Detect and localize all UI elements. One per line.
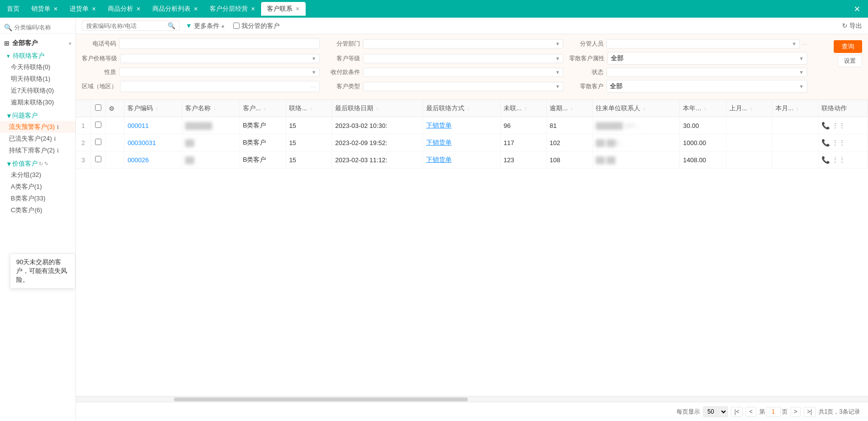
retail-attr-select[interactable]: 全部 ▼ [607,52,807,65]
select-all-checkbox[interactable] [95,104,101,111]
col-checkbox[interactable] [91,100,105,117]
sidebar-item-class-c[interactable]: C类客户(6) [0,204,75,216]
row-check-2[interactable] [95,139,101,145]
tab-customer-layer[interactable]: 客户分层经营 ✕ [204,2,261,16]
tab-analysis-list[interactable]: 商品分析列表 ✕ [146,2,204,16]
sidebar-item-class-a[interactable]: A类客户(1) [0,181,75,193]
row-checkbox-1[interactable] [91,117,105,134]
col-overdue[interactable]: 逾期... ↕ [547,100,593,117]
action-call-icon-3[interactable]: 📞 [821,156,830,164]
col-unit-contact[interactable]: 往来单位联系人 ↕ [593,100,680,117]
price-level-select[interactable]: ▼ [120,54,320,63]
export-button[interactable]: ↻ 导出 [842,22,862,30]
col-last-month[interactable]: 上月... ↕ [726,100,772,117]
edit-icon[interactable]: ✎ [44,161,48,167]
nature-select[interactable]: ▼ [119,68,320,77]
sidebar-item-7days[interactable]: 近7天待联络(0) [0,85,75,97]
refresh-icon[interactable]: ↻ [39,161,43,167]
col-type[interactable]: 客户... ↕ [240,100,286,117]
close-tab-analysis[interactable]: ✕ [136,6,141,12]
row-method-3[interactable]: 下销货单 [423,151,500,169]
col-contact[interactable]: 联络... ↕ [286,100,332,117]
query-button[interactable]: 查询 [834,40,862,53]
page-next-btn[interactable]: > [791,407,801,417]
tab-customer-contact[interactable]: 客户联系 ✕ [261,2,306,16]
manager-select[interactable]: ▼ [606,39,800,49]
table-settings-icon[interactable]: ⚙ [109,105,115,112]
col-code[interactable]: 客户编码 ↕ [124,100,182,117]
sidebar-item-today[interactable]: 今天待联络(0) [0,61,75,73]
row-method-1[interactable]: 下销货单 [423,117,500,134]
action-more-icon-1[interactable]: ⋮⋮ [832,122,845,129]
row-method-link-2[interactable]: 下销货单 [426,139,452,146]
action-call-icon-1[interactable]: 📞 [821,122,830,129]
row-code-2[interactable]: 00030031 [124,134,182,151]
search-button[interactable]: 🔍 [168,22,175,29]
row-method-2[interactable]: 下销货单 [423,134,500,151]
sidebar-group-problem[interactable]: ▼ 问题客户 [0,108,75,121]
tab-purchase[interactable]: 进货单 ✕ [64,2,102,16]
horizontal-scrollbar[interactable] [76,396,868,402]
col-this-year[interactable]: 本年... ↕ [680,100,726,117]
action-more-icon-2[interactable]: ⋮⋮ [832,139,845,147]
row-check-3[interactable] [95,156,101,162]
customer-type-select[interactable]: ▼ [363,82,564,91]
status-select[interactable]: ▼ [606,68,807,77]
my-customers-checkbox[interactable]: 我分管的客户 [233,22,280,30]
manager-dots[interactable]: ··· [802,40,807,48]
col-name[interactable]: 客户名称 ↕ [182,100,240,117]
page-last-btn[interactable]: >| [804,407,816,417]
page-first-btn[interactable]: |< [731,407,743,417]
row-lmonth-2 [726,134,772,151]
tab-analysis[interactable]: 商品分析 ✕ [102,2,146,16]
sidebar-item-declining[interactable]: 持续下滑客户(2) ℹ [0,145,75,156]
sidebar-item-churn-warning[interactable]: 流失预警客户(3) ℹ [0,121,75,133]
sidebar-item-class-b[interactable]: B类客户(33) [0,193,75,204]
row-checkbox-2[interactable] [91,134,105,151]
col-this-month[interactable]: 本月... ↕ [772,100,818,117]
my-customers-check[interactable] [233,23,240,29]
close-tab-purchase[interactable]: ✕ [92,6,96,12]
row-method-link-3[interactable]: 下销货单 [426,156,452,163]
payment-select[interactable]: ▼ [363,68,564,77]
sidebar-search-input[interactable] [14,24,76,31]
row-method-link-1[interactable]: 下销货单 [426,122,452,129]
window-close-button[interactable]: ✕ [850,4,864,14]
settings-button[interactable]: 设置 [838,55,862,67]
per-page-select[interactable]: 50 100 200 [703,406,728,417]
search-input[interactable] [86,23,166,29]
page-input[interactable] [766,407,781,417]
row-check-1[interactable] [95,122,101,128]
close-tab-analysis-list[interactable]: ✕ [193,6,198,12]
sidebar-item-tomorrow[interactable]: 明天待联络(1) [0,73,75,85]
action-more-icon-3[interactable]: ⋮⋮ [832,156,845,164]
tab-home[interactable]: 首页 [4,2,25,16]
close-tab-customer-contact[interactable]: ✕ [295,6,300,12]
action-call-icon-2[interactable]: 📞 [821,139,830,147]
row-checkbox-3[interactable] [91,151,105,169]
tab-sales[interactable]: 销货单 ✕ [25,2,64,16]
close-tab-sales[interactable]: ✕ [53,6,58,12]
region-dots[interactable]: ··· [311,83,316,90]
scrollbar-thumb[interactable] [174,397,468,401]
sidebar-group-pending[interactable]: ▼ 待联络客户 [0,50,75,61]
row-code-1[interactable]: 000011 [124,117,182,134]
dept-select[interactable]: ▼ [363,39,564,49]
retail-customer-select[interactable]: 全部 ▼ [606,80,807,93]
row-code-3[interactable]: 000026 [124,151,182,169]
sidebar-item-ungrouped[interactable]: 未分组(32) [0,169,75,181]
col-last-date[interactable]: 最后联络日期 ↕ [332,100,423,117]
sidebar-group-value[interactable]: ▼ 价值客户 ↻ ✎ [0,156,75,169]
page-prev-btn[interactable]: < [746,407,756,417]
sidebar-item-overdue[interactable]: 逾期未联络(30) [0,97,75,108]
region-select[interactable]: ··· [120,81,320,92]
phone-input[interactable] [119,38,320,49]
col-uncontacted[interactable]: 未联... ↕ [500,100,546,117]
close-tab-customer-layer[interactable]: ✕ [251,6,255,12]
more-conditions-btn[interactable]: ▼ 更多条件 ▲ [186,22,225,30]
col-settings[interactable]: ⚙ [105,100,124,117]
all-customers-header[interactable]: ⊞ 全部客户 « [0,37,75,50]
customer-level-select[interactable]: ▼ [363,54,564,63]
sidebar-item-churned[interactable]: 已流失客户(24) ℹ [0,133,75,145]
col-last-method[interactable]: 最后联络方式 ↕ [423,100,500,117]
